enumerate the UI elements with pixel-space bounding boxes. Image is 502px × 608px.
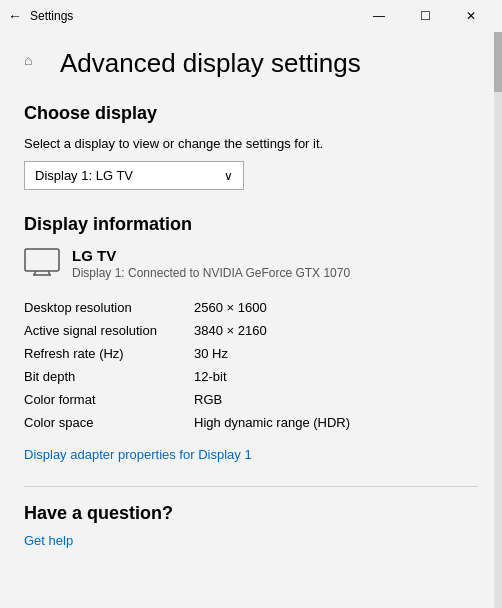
svg-rect-0 — [25, 249, 59, 271]
chevron-down-icon: ∨ — [224, 169, 233, 183]
maximize-button[interactable]: ☐ — [402, 0, 448, 32]
display-info-title: Display information — [24, 214, 478, 235]
main-content: ⌂ Advanced display settings Choose displ… — [0, 32, 502, 608]
info-value: 30 Hz — [194, 342, 478, 365]
choose-display-section: Choose display Select a display to view … — [24, 103, 478, 190]
question-title: Have a question? — [24, 503, 478, 524]
display-subtitle: Display 1: Connected to NVIDIA GeForce G… — [72, 266, 350, 280]
minimize-button[interactable]: — — [356, 0, 402, 32]
choose-display-title: Choose display — [24, 103, 478, 124]
home-icon: ⌂ — [24, 52, 48, 76]
info-label: Desktop resolution — [24, 296, 194, 319]
question-section: Have a question? Get help — [24, 486, 478, 548]
page-header: ⌂ Advanced display settings — [24, 48, 478, 79]
info-value: 3840 × 2160 — [194, 319, 478, 342]
display-info-table: Desktop resolution2560 × 1600Active sign… — [24, 296, 478, 434]
dropdown-value: Display 1: LG TV — [35, 168, 133, 183]
scrollbar-thumb[interactable] — [494, 32, 502, 92]
monitor-icon — [24, 248, 60, 279]
info-value: 12-bit — [194, 365, 478, 388]
display-name: LG TV — [72, 247, 350, 264]
table-row: Color formatRGB — [24, 388, 478, 411]
close-button[interactable]: ✕ — [448, 0, 494, 32]
divider — [24, 486, 478, 487]
adapter-properties-link[interactable]: Display adapter properties for Display 1 — [24, 447, 252, 462]
table-row: Color spaceHigh dynamic range (HDR) — [24, 411, 478, 434]
info-label: Refresh rate (Hz) — [24, 342, 194, 365]
info-value: RGB — [194, 388, 478, 411]
info-value: High dynamic range (HDR) — [194, 411, 478, 434]
title-bar-controls: — ☐ ✕ — [356, 0, 494, 32]
table-row: Active signal resolution3840 × 2160 — [24, 319, 478, 342]
scrollbar[interactable] — [494, 32, 502, 608]
get-help-link[interactable]: Get help — [24, 533, 73, 548]
display-dropdown[interactable]: Display 1: LG TV ∨ — [24, 161, 244, 190]
page-title: Advanced display settings — [60, 48, 361, 79]
table-row: Bit depth12-bit — [24, 365, 478, 388]
display-name-info: LG TV Display 1: Connected to NVIDIA GeF… — [72, 247, 350, 280]
info-label: Bit depth — [24, 365, 194, 388]
info-label: Color space — [24, 411, 194, 434]
table-row: Refresh rate (Hz)30 Hz — [24, 342, 478, 365]
info-label: Color format — [24, 388, 194, 411]
title-bar-left: ← Settings — [8, 8, 73, 24]
table-row: Desktop resolution2560 × 1600 — [24, 296, 478, 319]
back-button[interactable]: ← — [8, 8, 22, 24]
title-bar-title: Settings — [30, 9, 73, 23]
display-name-row: LG TV Display 1: Connected to NVIDIA GeF… — [24, 247, 478, 280]
info-label: Active signal resolution — [24, 319, 194, 342]
info-value: 2560 × 1600 — [194, 296, 478, 319]
title-bar: ← Settings — ☐ ✕ — [0, 0, 502, 32]
display-info-section: Display information LG TV Display 1: Con… — [24, 214, 478, 462]
choose-display-desc: Select a display to view or change the s… — [24, 136, 478, 151]
